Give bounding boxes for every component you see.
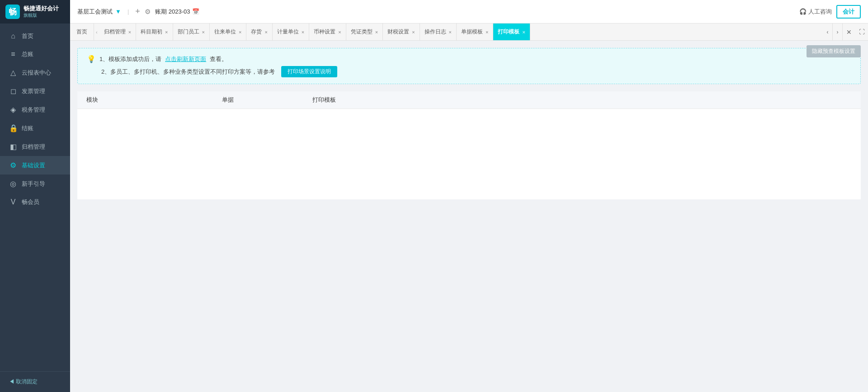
tab-unit-close-icon[interactable]: × bbox=[302, 29, 304, 35]
table-header: 模块 单据 打印模板 bbox=[77, 91, 861, 109]
home-icon: ⌂ bbox=[9, 32, 17, 40]
service-label: 人工咨询 bbox=[808, 8, 832, 16]
table-header-module: 模块 bbox=[86, 96, 222, 104]
tabbar-inner: 归档管理 × 科目期初 × 部门员工 × 往来单位 × 存货 × 计量单位 × bbox=[99, 24, 823, 40]
logo-icon: 畅 bbox=[5, 5, 20, 19]
reports-icon: △ bbox=[9, 68, 17, 77]
table-header-bill: 单据 bbox=[222, 96, 312, 104]
tab-tax-settings-label: 财税设置 bbox=[387, 28, 409, 36]
tab-expand-button[interactable]: ⛶ bbox=[855, 24, 868, 40]
sidebar-item-settlement[interactable]: 🔒 结账 bbox=[0, 119, 70, 137]
tab-print-template-close-icon[interactable]: × bbox=[522, 29, 525, 35]
tab-inventory-label: 存货 bbox=[251, 28, 262, 36]
tab-prev-button[interactable]: ‹ bbox=[823, 24, 833, 40]
tab-voucher-type[interactable]: 凭证类型 × bbox=[346, 24, 383, 40]
tab-next-button[interactable]: › bbox=[833, 24, 843, 40]
tab-operation-log-close-icon[interactable]: × bbox=[449, 29, 452, 35]
company-name: 基层工会测试 bbox=[77, 8, 113, 16]
print-template-table: 模块 单据 打印模板 bbox=[77, 91, 861, 199]
bulb-icon: 💡 bbox=[87, 55, 96, 63]
tab-tax-settings[interactable]: 财税设置 × bbox=[383, 24, 420, 40]
sidebar-item-label: 基础设置 bbox=[22, 161, 45, 170]
archive-icon: ◧ bbox=[9, 142, 17, 151]
tab-contacts-close-icon[interactable]: × bbox=[239, 29, 241, 35]
tab-home[interactable]: 首页 bbox=[70, 24, 94, 40]
period-value: 2023-03 bbox=[169, 8, 190, 15]
tab-subject-init[interactable]: 科目期初 × bbox=[136, 24, 173, 40]
tab-operation-log-label: 操作日志 bbox=[425, 28, 446, 36]
tax-icon: ◈ bbox=[9, 105, 17, 114]
tab-voucher-type-label: 凭证类型 bbox=[351, 28, 373, 36]
sidebar-logo: 畅 畅捷通好会计 旗舰版 bbox=[0, 0, 70, 24]
refresh-link[interactable]: 点击刷新新页面 bbox=[165, 55, 206, 63]
sidebar-item-settings[interactable]: ⚙ 基础设置 bbox=[0, 156, 70, 175]
tab-archive-label: 归档管理 bbox=[104, 28, 126, 36]
sidebar-item-guide[interactable]: ◎ 新手引导 bbox=[0, 175, 70, 193]
sidebar-item-member[interactable]: V 畅会员 bbox=[0, 193, 70, 211]
tab-subject-init-label: 科目期初 bbox=[141, 28, 162, 36]
sidebar-unpin-button[interactable]: ◀ 取消固定 bbox=[0, 371, 70, 392]
sidebar-item-label: 结账 bbox=[22, 124, 33, 132]
invoice-icon: ◻ bbox=[9, 87, 17, 95]
topbar: 基层工会测试 ▼ | + ⚙ 账期 2023-03 📅 🎧 人工咨询 会计 bbox=[70, 0, 868, 24]
company-selector[interactable]: 基层工会测试 ▼ bbox=[77, 8, 121, 16]
topbar-actions: 🎧 人工咨询 会计 bbox=[799, 5, 861, 19]
content-area: 隐藏预查模板设置 💡 1、模板添加成功后，请 点击刷新新页面 查看。 2、多员工… bbox=[70, 41, 868, 392]
sidebar: 畅 畅捷通好会计 旗舰版 ⌂ 首页 ≡ 总账 △ 云报表中心 ◻ 发票管理 ◈ … bbox=[0, 0, 70, 392]
info-line2-prefix: 2、多员工、多打印机、多种业务类型设置不同打印方案等，请参考 bbox=[101, 68, 275, 76]
tab-print-template[interactable]: 打印模板 × bbox=[493, 24, 530, 40]
kuaiji-button[interactable]: 会计 bbox=[836, 5, 861, 19]
sidebar-item-label: 畅会员 bbox=[22, 198, 39, 206]
period-label: 账期 bbox=[155, 8, 167, 16]
logo-title: 畅捷通好会计 bbox=[24, 5, 59, 12]
tab-inventory[interactable]: 存货 × bbox=[246, 24, 272, 40]
ledger-icon: ≡ bbox=[9, 50, 17, 58]
logo-sub: 旗舰版 bbox=[24, 12, 59, 19]
tab-subject-init-close-icon[interactable]: × bbox=[165, 29, 168, 35]
tab-tax-settings-close-icon[interactable]: × bbox=[412, 29, 415, 35]
sidebar-item-home[interactable]: ⌂ 首页 bbox=[0, 27, 70, 45]
sidebar-item-archive[interactable]: ◧ 归档管理 bbox=[0, 137, 70, 156]
topbar-settings-icon[interactable]: ⚙ bbox=[145, 8, 151, 16]
logo-text-wrap: 畅捷通好会计 旗舰版 bbox=[24, 5, 59, 19]
table-header-template: 打印模板 bbox=[312, 96, 852, 104]
table-body bbox=[77, 109, 861, 199]
tab-close-all-button[interactable]: ✕ bbox=[843, 24, 855, 40]
hide-preview-button[interactable]: 隐藏预查模板设置 bbox=[807, 45, 861, 57]
tab-unit[interactable]: 计量单位 × bbox=[273, 24, 309, 40]
add-company-button[interactable]: + bbox=[135, 7, 140, 16]
info-row-1: 💡 1、模板添加成功后，请 点击刷新新页面 查看。 bbox=[87, 55, 851, 63]
topbar-divider: | bbox=[127, 8, 129, 15]
sidebar-item-reports[interactable]: △ 云报表中心 bbox=[0, 63, 70, 82]
tab-archive-close-icon[interactable]: × bbox=[128, 29, 131, 35]
tab-contacts[interactable]: 往来单位 × bbox=[210, 24, 246, 40]
tab-department[interactable]: 部门员工 × bbox=[173, 24, 210, 40]
tab-currency-label: 币种设置 bbox=[314, 28, 335, 36]
explain-button[interactable]: 打印场景设置说明 bbox=[281, 66, 337, 77]
tab-currency[interactable]: 币种设置 × bbox=[309, 24, 346, 40]
tab-contacts-label: 往来单位 bbox=[214, 28, 236, 36]
guide-icon: ◎ bbox=[9, 179, 17, 188]
tab-inventory-close-icon[interactable]: × bbox=[264, 29, 267, 35]
member-icon: V bbox=[9, 198, 17, 206]
headset-icon: 🎧 bbox=[799, 8, 807, 15]
settings-icon: ⚙ bbox=[9, 161, 17, 170]
tab-voucher-type-close-icon[interactable]: × bbox=[375, 29, 378, 35]
calendar-icon[interactable]: 📅 bbox=[192, 8, 199, 15]
sidebar-item-tax[interactable]: ◈ 税务管理 bbox=[0, 100, 70, 119]
sidebar-item-invoice[interactable]: ◻ 发票管理 bbox=[0, 82, 70, 100]
sidebar-item-ledger[interactable]: ≡ 总账 bbox=[0, 45, 70, 63]
tab-department-close-icon[interactable]: × bbox=[202, 29, 205, 35]
sidebar-item-label: 首页 bbox=[22, 32, 33, 40]
main-area: 基层工会测试 ▼ | + ⚙ 账期 2023-03 📅 🎧 人工咨询 会计 首页… bbox=[70, 0, 868, 392]
tab-archive[interactable]: 归档管理 × bbox=[99, 24, 136, 40]
service-button[interactable]: 🎧 人工咨询 bbox=[799, 8, 832, 16]
sidebar-item-label: 总账 bbox=[22, 50, 33, 58]
tabbar: 首页 ‹ 归档管理 × 科目期初 × 部门员工 × 往来单位 × 存货 × bbox=[70, 24, 868, 41]
tab-bill-template[interactable]: 单据模板 × bbox=[457, 24, 493, 40]
tab-currency-close-icon[interactable]: × bbox=[338, 29, 341, 35]
sidebar-item-label: 发票管理 bbox=[22, 87, 45, 95]
tab-bill-template-close-icon[interactable]: × bbox=[486, 29, 488, 35]
tab-operation-log[interactable]: 操作日志 × bbox=[420, 24, 457, 40]
sidebar-item-label: 新手引导 bbox=[22, 180, 45, 188]
